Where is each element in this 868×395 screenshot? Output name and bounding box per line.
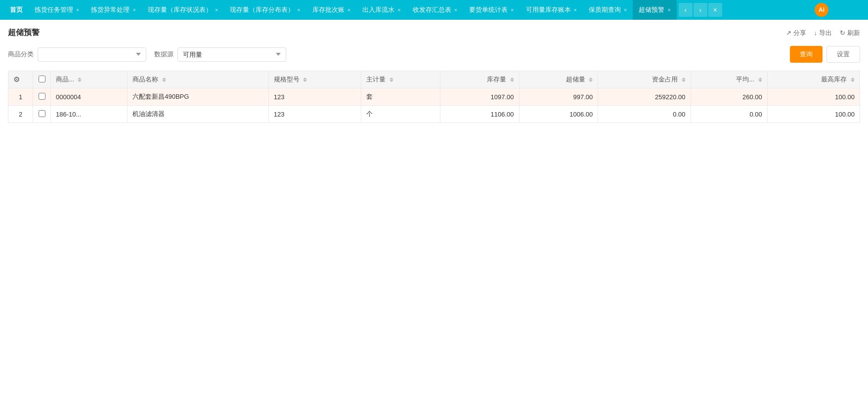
share-icon: ↗ xyxy=(786,29,791,37)
sort-unit-icon xyxy=(390,78,393,82)
row-2-unit: 个 xyxy=(361,106,440,123)
page-actions: ↗ 分享 ↓ 导出 ↻ 刷新 xyxy=(786,29,861,38)
sort-product-code-icon xyxy=(78,78,82,82)
sort-spec-icon xyxy=(303,78,307,82)
row-2-stock: 1106.00 xyxy=(440,106,519,123)
nav-exception[interactable]: 拣货异常处理 × xyxy=(85,0,141,20)
export-icon: ↓ xyxy=(814,29,818,37)
th-checkbox xyxy=(33,71,51,88)
nav-shelf-life[interactable]: 保质期查询 × xyxy=(583,0,633,20)
row-1-checkbox-cell xyxy=(33,88,51,106)
main-content: 超储预警 ↗ 分享 ↓ 导出 ↻ 刷新 商品分类 数据源 xyxy=(0,20,868,395)
datasource-filter-group: 数据源 可用量 xyxy=(154,47,286,62)
settings-button[interactable]: 设置 xyxy=(826,46,860,63)
row-1-max-stock: 100.00 xyxy=(767,88,860,106)
sort-avg-icon xyxy=(758,78,762,82)
row-1-avg: 260.00 xyxy=(691,88,767,106)
close-task-mgmt-icon[interactable]: × xyxy=(76,7,79,13)
close-order-stats-icon[interactable]: × xyxy=(511,7,514,13)
th-product-code[interactable]: 商品... xyxy=(51,71,128,88)
table-row: 1 0000004 六配套新昌490BPG 123 套 1097.00 997.… xyxy=(8,88,860,106)
row-2-spec: 123 xyxy=(268,106,361,123)
filter-action-buttons: 查询 设置 xyxy=(790,46,860,63)
row-2-product-code: 186-10... xyxy=(51,106,128,123)
nav-inventory-dist[interactable]: 现存量（库存分布表） × xyxy=(224,0,306,20)
table-row: 2 186-10... 机油滤清器 123 个 1106.00 1006.00 … xyxy=(8,106,860,123)
nav-arrow-left-button[interactable]: ‹ xyxy=(679,3,693,17)
row-1-unit: 套 xyxy=(361,88,440,106)
page-header: 超储预警 ↗ 分享 ↓ 导出 ↻ 刷新 xyxy=(8,28,860,38)
row-1-stock: 1097.00 xyxy=(440,88,519,106)
nav-task-mgmt[interactable]: 拣货任务管理 × xyxy=(29,0,85,20)
close-available-ledger-icon[interactable]: × xyxy=(574,7,577,13)
sort-stock-icon xyxy=(510,78,514,82)
th-overstock[interactable]: 超储量 xyxy=(519,71,598,88)
sort-capital-icon xyxy=(682,78,686,82)
nav-arrow-controls: ‹ › × xyxy=(679,3,722,17)
top-navigation: 首页 拣货任务管理 × 拣货异常处理 × 现存量（库存状况表） × 现存量（库存… xyxy=(0,0,868,20)
close-overstock-alert-icon[interactable]: × xyxy=(667,7,670,13)
close-inventory-dist-icon[interactable]: × xyxy=(297,7,300,13)
nav-arrow-right-button[interactable]: › xyxy=(694,3,707,17)
category-label: 商品分类 xyxy=(8,50,34,59)
data-table: ⚙ 商品... 商品名称 规格型号 xyxy=(8,71,860,123)
table-header: ⚙ 商品... 商品名称 规格型号 xyxy=(8,71,860,88)
row-2-product-name: 机油滤清器 xyxy=(128,106,269,123)
datasource-label: 数据源 xyxy=(154,50,174,59)
table-body: 1 0000004 六配套新昌490BPG 123 套 1097.00 997.… xyxy=(8,88,860,123)
nav-order-stats[interactable]: 要货单统计表 × xyxy=(463,0,520,20)
row-2-avg: 0.00 xyxy=(691,106,767,123)
row-1-overstock: 997.00 xyxy=(519,88,598,106)
row-1-index: 1 xyxy=(8,88,33,106)
row-2-max-stock: 100.00 xyxy=(767,106,860,123)
table-header-row: ⚙ 商品... 商品名称 规格型号 xyxy=(8,71,860,88)
category-select[interactable] xyxy=(38,47,146,62)
nav-overstock-alert[interactable]: 超储预警 × xyxy=(633,0,676,20)
avatar[interactable]: Ai xyxy=(815,3,828,17)
nav-available-ledger[interactable]: 可用量库存账本 × xyxy=(520,0,583,20)
nav-inout-flow[interactable]: 出入库流水 × xyxy=(356,0,406,20)
th-capital[interactable]: 资金占用 xyxy=(598,71,691,88)
th-settings: ⚙ xyxy=(8,71,33,88)
refresh-icon: ↻ xyxy=(840,29,845,37)
settings-gear-icon[interactable]: ⚙ xyxy=(13,75,20,83)
row-1-spec: 123 xyxy=(268,88,361,106)
close-batch-account-icon[interactable]: × xyxy=(347,7,350,13)
sort-product-name-icon xyxy=(162,78,166,82)
user-info-area: Ai xyxy=(815,0,828,20)
row-1-capital: 259220.00 xyxy=(598,88,691,106)
row-2-checkbox[interactable] xyxy=(39,110,45,117)
th-max-stock[interactable]: 最高库存 xyxy=(767,71,860,88)
close-summary-icon[interactable]: × xyxy=(454,7,457,13)
th-unit[interactable]: 主计量 xyxy=(361,71,440,88)
nav-inventory-status[interactable]: 现存量（库存状况表） × xyxy=(142,0,224,20)
row-1-checkbox[interactable] xyxy=(39,93,45,100)
category-filter-group: 商品分类 xyxy=(8,47,146,62)
nav-home[interactable]: 首页 xyxy=(4,0,29,20)
export-button[interactable]: ↓ 导出 xyxy=(814,29,832,38)
close-shelf-life-icon[interactable]: × xyxy=(624,7,627,13)
nav-batch-account[interactable]: 库存批次账 × xyxy=(306,0,356,20)
refresh-button[interactable]: ↻ 刷新 xyxy=(840,29,860,38)
close-exception-icon[interactable]: × xyxy=(132,7,135,13)
th-spec[interactable]: 规格型号 xyxy=(268,71,361,88)
row-2-checkbox-cell xyxy=(33,106,51,123)
select-all-checkbox[interactable] xyxy=(39,76,45,82)
row-1-product-name: 六配套新昌490BPG xyxy=(128,88,269,106)
row-1-product-code: 0000004 xyxy=(51,88,128,106)
share-button[interactable]: ↗ 分享 xyxy=(786,29,806,38)
close-inventory-status-icon[interactable]: × xyxy=(215,7,218,13)
th-avg[interactable]: 平均... xyxy=(691,71,767,88)
sort-max-stock-icon xyxy=(851,78,855,82)
th-stock[interactable]: 库存量 xyxy=(440,71,519,88)
nav-summary[interactable]: 收发存汇总表 × xyxy=(407,0,463,20)
page-title: 超储预警 xyxy=(8,28,40,38)
filter-area: 商品分类 数据源 可用量 查询 设置 xyxy=(8,46,860,63)
close-inout-flow-icon[interactable]: × xyxy=(397,7,400,13)
nav-close-button[interactable]: × xyxy=(708,3,722,17)
row-2-capital: 0.00 xyxy=(598,106,691,123)
th-product-name[interactable]: 商品名称 xyxy=(128,71,269,88)
datasource-select[interactable]: 可用量 xyxy=(177,47,286,62)
query-button[interactable]: 查询 xyxy=(790,46,823,63)
row-2-overstock: 1006.00 xyxy=(519,106,598,123)
